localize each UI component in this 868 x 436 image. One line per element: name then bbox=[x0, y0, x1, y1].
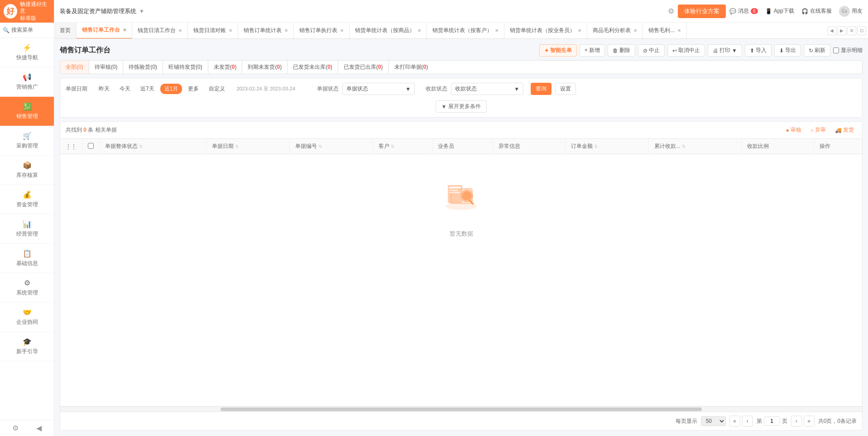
next-page-btn[interactable]: › bbox=[791, 416, 802, 427]
date-btn-近7天[interactable]: 近7天 bbox=[136, 84, 158, 94]
th-amount[interactable]: 订单金额⇅ bbox=[565, 139, 648, 154]
subtab-pending-review[interactable]: 待审核(0) bbox=[89, 61, 124, 74]
subtab-shipped-out[interactable]: 已发货已出库(0) bbox=[338, 61, 389, 74]
date-btn-昨天[interactable]: 昨天 bbox=[95, 84, 114, 94]
logo-icon: 好 bbox=[4, 4, 17, 19]
th-number[interactable]: 单据编号⇅ bbox=[290, 139, 373, 154]
operations-icon: 📊 bbox=[23, 220, 32, 228]
experience-btn[interactable]: 体验行业方案 bbox=[678, 5, 726, 18]
tab-scroll-left[interactable]: ◀ bbox=[827, 26, 836, 35]
scroll-bar[interactable] bbox=[60, 406, 862, 412]
tab-sales-workbench[interactable]: 销售订单工作台✕ bbox=[77, 23, 132, 39]
date-btn-今天[interactable]: 今天 bbox=[115, 84, 134, 94]
tab-close-product-margin[interactable]: ✕ bbox=[633, 28, 637, 33]
delete-btn[interactable]: 🗑 删除 bbox=[608, 44, 635, 57]
date-btn-自定义[interactable]: 自定义 bbox=[205, 84, 229, 94]
th-received[interactable]: 累计收款...⇅ bbox=[648, 139, 742, 154]
sidebar-item-quick-nav[interactable]: ⚡快捷导航 bbox=[0, 38, 54, 67]
sidebar-item-inventory[interactable]: 📦库存核算 bbox=[0, 156, 54, 185]
svg-rect-8 bbox=[449, 190, 458, 191]
page-input[interactable] bbox=[764, 417, 780, 426]
th-checkbox[interactable] bbox=[82, 139, 100, 154]
subtab-shipped-not-out[interactable]: 已发货未出库(0) bbox=[288, 61, 338, 74]
subtab-pending-check[interactable]: 待拣验货(0) bbox=[123, 61, 163, 74]
sidebar-item-system[interactable]: ⚙系统管理 bbox=[0, 273, 54, 303]
th-date[interactable]: 单据日期⇅ bbox=[206, 139, 290, 154]
pause-btn[interactable]: ⊘ 中止 bbox=[638, 44, 665, 57]
tab-close-sales-stats-customer[interactable]: ✕ bbox=[495, 28, 499, 33]
tab-sales-stats-staff[interactable]: 销货单统计表（按业务员）✕ bbox=[504, 23, 587, 39]
cancel-audit-btn[interactable]: ○ 弃审 bbox=[808, 125, 829, 135]
sidebar-item-guide[interactable]: 🎓新手引导 bbox=[0, 332, 54, 361]
sidebar-item-purchase[interactable]: 🛒采购管理 bbox=[0, 126, 54, 156]
tab-sales-order-exec[interactable]: 销售订单执行表✕ bbox=[294, 23, 350, 39]
tab-close-cash-daily[interactable]: ✕ bbox=[178, 28, 182, 33]
online-service-btn[interactable]: 🎧 在线客服 bbox=[801, 7, 832, 15]
subtab-not-shipped[interactable]: 未发货(0) bbox=[208, 61, 243, 74]
query-btn[interactable]: 查询 bbox=[531, 83, 551, 95]
tab-close-sales-more[interactable]: ✕ bbox=[677, 28, 681, 33]
tab-close-sales-stats-staff[interactable]: ✕ bbox=[578, 28, 581, 33]
tab-cash-reconcile[interactable]: 钱货日清对账✕ bbox=[188, 23, 238, 39]
tab-maximize[interactable]: ⊡ bbox=[857, 26, 866, 35]
tab-close-all[interactable]: ✕ bbox=[847, 26, 856, 35]
tab-sales-more[interactable]: 销售毛利...✕ bbox=[643, 23, 687, 39]
tab-scroll-right[interactable]: ▶ bbox=[837, 26, 846, 35]
sidebar-item-sales[interactable]: 💹销售管理 bbox=[0, 97, 54, 126]
payment-filter-select[interactable]: 收款状态 ▼ bbox=[451, 83, 523, 95]
tab-home[interactable]: 首页 bbox=[54, 23, 77, 39]
tab-sales-order-stats[interactable]: 销售订单统计表✕ bbox=[238, 23, 294, 39]
tab-close-sales-order-stats[interactable]: ✕ bbox=[284, 28, 288, 33]
tab-close-cash-reconcile[interactable]: ✕ bbox=[229, 28, 232, 33]
sidebar-item-operations[interactable]: 📊经营管理 bbox=[0, 214, 54, 244]
date-btn-更多[interactable]: 更多 bbox=[184, 84, 203, 94]
messages-btn[interactable]: 💬 消息 6 bbox=[729, 7, 758, 15]
settings-filter-btn[interactable]: 设置 bbox=[555, 83, 576, 95]
subtab-wangpu-pending[interactable]: 旺铺待发货(0) bbox=[163, 61, 208, 74]
ship-btn[interactable]: 🚚 发货 bbox=[832, 125, 857, 135]
subtab-overdue-not-shipped[interactable]: 到期未发货(0) bbox=[242, 61, 288, 74]
collapse-icon[interactable]: ◀ bbox=[36, 424, 42, 432]
audit-btn[interactable]: ● 审核 bbox=[783, 125, 804, 135]
user-menu[interactable]: Ea 用友 bbox=[839, 6, 863, 17]
filter-area: 单据日期 昨天今天近7天近1月更多自定义 2023-02-24 至 2023-0… bbox=[60, 78, 863, 118]
sidebar-search[interactable]: 🔍 搜索菜单 bbox=[0, 23, 54, 38]
tab-sales-stats-product[interactable]: 销货单统计表（按商品）✕ bbox=[350, 23, 427, 39]
page-actions: ✦ 智能生单 + 新增 🗑 删除 ⊘ 中止 ↩ 取消中止 🖨 bbox=[539, 44, 863, 57]
add-btn[interactable]: + 新增 bbox=[580, 44, 605, 57]
cancel-pause-btn[interactable]: ↩ 取消中止 bbox=[667, 44, 705, 57]
prev-page-btn[interactable]: ‹ bbox=[742, 416, 753, 427]
tab-cash-daily[interactable]: 钱货日清工作台✕ bbox=[132, 23, 188, 39]
sidebar-item-marketing[interactable]: 📢营销推广 bbox=[0, 67, 54, 97]
last-page-btn[interactable]: » bbox=[804, 416, 815, 427]
main-content: 装备及固定资产辅助管理系统 ▼ ⚙ 体验行业方案 💬 消息 6 📱 App下载 … bbox=[54, 0, 868, 436]
topbar-gear-icon[interactable]: ⚙ bbox=[668, 7, 674, 15]
sidebar-item-base-info[interactable]: 📋基础信息 bbox=[0, 244, 54, 273]
th-customer[interactable]: 客户⇅ bbox=[373, 139, 432, 154]
refresh-btn[interactable]: ↻ 刷新 bbox=[804, 44, 830, 57]
ai-btn[interactable]: ✦ 智能生单 bbox=[539, 44, 577, 57]
tab-product-margin[interactable]: 商品毛利分析表✕ bbox=[587, 23, 643, 39]
tab-sales-stats-customer[interactable]: 销货单统计表（按客户）✕ bbox=[427, 23, 504, 39]
sidebar-item-finance[interactable]: 💰资金管理 bbox=[0, 185, 54, 214]
tab-close-sales-order-exec[interactable]: ✕ bbox=[340, 28, 344, 33]
export-btn[interactable]: ⬇ 导出 bbox=[774, 44, 801, 57]
chevron-down-icon-2: ▼ bbox=[514, 86, 519, 92]
app-download-btn[interactable]: 📱 App下载 bbox=[765, 7, 794, 15]
subtab-not-printed[interactable]: 未打印单据(0) bbox=[389, 61, 434, 74]
th-status[interactable]: 单据整体状态⇅ bbox=[100, 139, 206, 154]
import-btn[interactable]: ⬆ 导入 bbox=[745, 44, 772, 57]
subtab-all[interactable]: 全部(0) bbox=[60, 61, 89, 74]
tab-close-sales-workbench[interactable]: ✕ bbox=[123, 28, 126, 33]
tab-close-sales-stats-product[interactable]: ✕ bbox=[417, 28, 421, 33]
settings-icon[interactable]: ⚙ bbox=[12, 424, 19, 432]
expand-btn[interactable]: ▼ 展开更多条件 bbox=[436, 100, 487, 113]
print-btn[interactable]: 🖨 打印 ▼ bbox=[708, 44, 742, 57]
date-btn-近1月[interactable]: 近1月 bbox=[160, 84, 182, 94]
first-page-btn[interactable]: « bbox=[729, 416, 740, 427]
page-size-select[interactable]: 20 50 100 bbox=[701, 416, 726, 426]
scroll-bar-thumb[interactable] bbox=[221, 408, 702, 411]
show-detail-checkbox[interactable]: 显示明细 bbox=[833, 47, 863, 54]
sidebar-item-enterprise[interactable]: 🤝企业协同 bbox=[0, 303, 54, 332]
status-filter-select[interactable]: 单据状态 ▼ bbox=[342, 83, 415, 95]
